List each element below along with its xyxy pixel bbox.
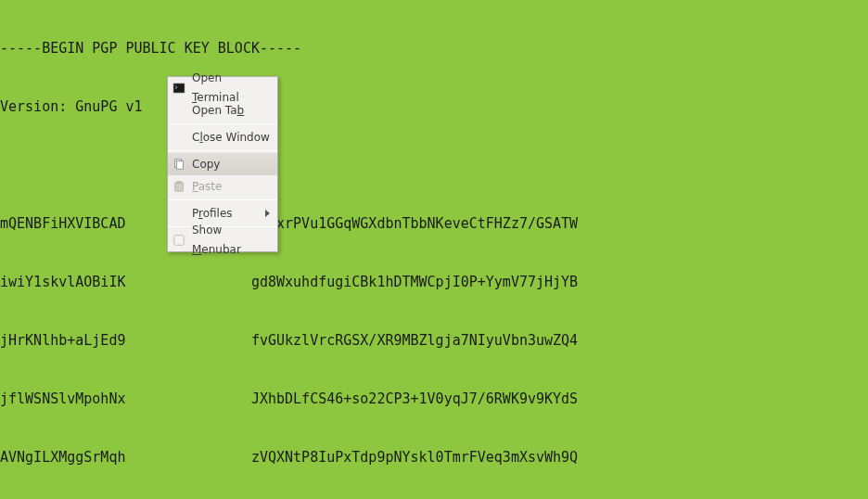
paste-icon [172,179,186,194]
menu-separator [168,123,277,124]
menu-close-window[interactable]: Close Window [168,126,277,148]
menu-separator [168,199,277,200]
svg-rect-6 [174,236,185,246]
submenu-arrow-icon [265,210,270,217]
menu-show-menubar[interactable]: Show Menubar [168,229,277,251]
copy-icon [172,157,186,172]
svg-rect-5 [176,181,181,184]
svg-rect-3 [176,161,183,170]
svg-rect-4 [175,183,184,192]
pgp-line: jHrKNlhb+aLjEd9 fvGUkzlVrcRGSX/XR9MBZlgj… [0,331,868,351]
menu-open-terminal[interactable]: Open Terminal [168,77,277,99]
spacer-icon [172,206,186,221]
menu-label: Close Window [192,128,270,147]
terminal-icon [172,81,186,96]
pgp-line: iwiY1skvlAOBiIK gd8WxuhdfugiCBk1hDTMWCpj… [0,273,868,292]
menu-label: Paste [192,177,270,197]
spacer-icon [172,103,186,118]
spacer-icon [172,130,186,145]
pgp-line: Version: GnuPG v1 [0,97,868,117]
menu-copy[interactable]: Copy [168,153,277,175]
menu-label: Copy [192,155,270,174]
menu-label: Open Tab [192,101,270,121]
pgp-line: mQENBFiHXVIBCAD Sg/xrPVu1GGqWGXdbnTbbNKe… [0,214,868,234]
menu-paste: Paste [168,175,277,198]
pgp-line: AVNgILXMggSrMqh zVQXNtP8IuPxTdp9pNYskl0T… [0,448,868,467]
pgp-line [0,156,868,175]
terminal-output[interactable]: -----BEGIN PGP PUBLIC KEY BLOCK----- Ver… [0,0,868,499]
pgp-line: jflWSNSlvMpohNx JXhbDLfCS46+so22CP3+1V0y… [0,390,868,409]
terminal-context-menu: Open Terminal Open Tab Close Window Copy… [167,76,278,252]
menu-separator [168,150,277,151]
menu-label: Show Menubar [192,221,270,260]
checkbox-icon [172,233,186,248]
menu-open-tab[interactable]: Open Tab [168,99,277,122]
pgp-line: -----BEGIN PGP PUBLIC KEY BLOCK----- [0,39,868,58]
